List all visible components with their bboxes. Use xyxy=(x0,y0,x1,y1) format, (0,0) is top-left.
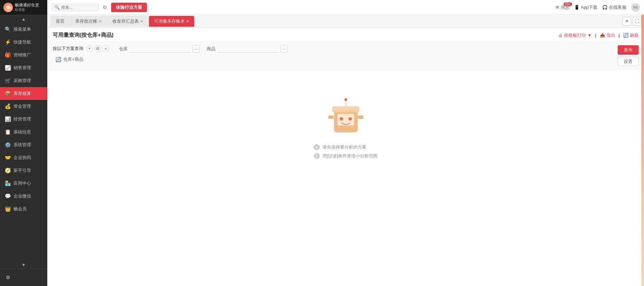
right-scrollbar[interactable] xyxy=(641,15,644,286)
messages-badge: 99+ xyxy=(564,2,572,6)
tab-batch-account-close[interactable]: ✕ xyxy=(99,19,102,24)
print-dropdown-icon[interactable]: ▼ xyxy=(587,33,592,38)
topbar-search-box[interactable]: 🔍 xyxy=(51,3,99,11)
sidebar-item-wechat[interactable]: 💬 企业微信 xyxy=(0,190,47,203)
messages-btn[interactable]: ✉ 消息 99+ xyxy=(556,4,569,10)
sidebar-item-label-shortcut: 快捷导航 xyxy=(14,39,31,45)
sidebar-item-settings-bottom[interactable]: ⚙ xyxy=(0,271,47,284)
empty-hint-2: 2 用[过滤]条件来缩小分析范围 xyxy=(314,153,378,159)
ops-mgmt-icon: 📊 xyxy=(5,116,11,122)
page-content: 可用量查询(按仓库+商品) 🖨 按模板打印 ▼ | 📤 导出 | 🔄 刷新 xyxy=(47,28,644,286)
empty-state: 1 请先选择要分析的方案 2 用[过滤]条件来缩小分析范围 xyxy=(47,70,644,186)
sidebar-item-label-basic-info: 基础信息 xyxy=(14,129,31,135)
sidebar-item-inventory[interactable]: 📦 库存核算 xyxy=(0,87,47,100)
svg-rect-5 xyxy=(328,115,334,119)
warehouse-more-btn[interactable]: ··· xyxy=(192,45,200,53)
hint-num-1: 1 xyxy=(314,144,320,150)
headset-icon: 🎧 xyxy=(602,5,608,10)
purchase-mgmt-icon: 🛒 xyxy=(5,78,11,84)
print-label: 按模板打印 xyxy=(564,32,586,38)
export-btn[interactable]: 📤 导出 xyxy=(600,32,615,38)
sidebar-item-enterprise-coop[interactable]: 🤝 企业协同 xyxy=(0,151,47,164)
query-button[interactable]: 查询 xyxy=(618,45,639,55)
scroll-down-btn[interactable]: ▼ xyxy=(0,261,47,269)
print-btn[interactable]: 🖨 按模板打印 ▼ xyxy=(558,32,592,38)
shortcut-icon: ⚡ xyxy=(5,39,11,45)
app-center-icon: 🏪 xyxy=(5,180,11,186)
search-input[interactable] xyxy=(61,5,95,10)
tab-receive-summary-close[interactable]: ✕ xyxy=(140,19,143,24)
sidebar-item-shortcut[interactable]: ⚡ 快捷导航 xyxy=(0,36,47,49)
system-mgmt-icon: ⚙️ xyxy=(5,142,11,148)
svg-point-8 xyxy=(344,98,347,101)
app-download-btn[interactable]: 📱 App下载 xyxy=(574,4,597,10)
sidebar-item-sales-mgmt[interactable]: 📈 销售管理 xyxy=(0,61,47,74)
sidebar-item-search[interactable]: 🔍 搜索菜单 xyxy=(0,23,47,36)
app-download-label: App下载 xyxy=(581,4,597,10)
empty-hint-1: 1 请先选择要分析的方案 xyxy=(314,144,378,150)
sidebar-item-label-newbie-guide: 新手引导 xyxy=(14,167,31,174)
sidebar-item-marketing-promo[interactable]: 🎁 营销推广 xyxy=(0,49,47,61)
tab-home[interactable]: 首页 xyxy=(51,16,70,27)
scheme-item-icon: 🔄 xyxy=(55,57,61,62)
sidebar-nav: 🔍 搜索菜单 ⚡ 快捷导航 🎁 营销推广 📈 销售管理 🛒 采购管理 📦 库存核… xyxy=(0,23,47,261)
trial-button[interactable]: 体验行业方案 xyxy=(111,3,147,12)
page-actions: 🖨 按模板打印 ▼ | 📤 导出 | 🔄 刷新 xyxy=(558,32,639,38)
refresh-btn[interactable]: 🔄 刷新 xyxy=(623,32,639,38)
warehouse-field: 仓库 ··· xyxy=(119,45,200,53)
export-label: 导出 xyxy=(607,32,615,38)
scroll-up-btn[interactable]: ▲ xyxy=(0,15,47,23)
vip-icon: 👑 xyxy=(5,206,11,212)
scheme-collapse-btn[interactable]: « xyxy=(102,45,109,52)
product-input[interactable] xyxy=(217,45,278,53)
sales-mgmt-icon: 📈 xyxy=(5,65,11,71)
app-info: 畅康通好生意 标准版 xyxy=(15,3,39,12)
settings-button[interactable]: 设置 xyxy=(618,57,639,66)
svg-rect-6 xyxy=(358,115,363,119)
tab-available-qty-close[interactable]: ✕ xyxy=(186,19,189,24)
sidebar-item-label-search: 搜索菜单 xyxy=(14,26,31,32)
page-title: 可用量查询(按仓库+商品) xyxy=(53,32,113,39)
svg-point-3 xyxy=(340,117,343,121)
sidebar-item-label-system-mgmt: 系统管理 xyxy=(14,142,31,148)
finance-icon: 💰 xyxy=(5,103,11,109)
sidebar-item-app-center[interactable]: 🏪 应用中心 xyxy=(0,177,47,190)
tab-receive-summary[interactable]: 收发存汇总表 ✕ xyxy=(107,16,148,27)
tab-available-qty[interactable]: 可用量库存账本 ✕ xyxy=(149,16,194,27)
sidebar-item-ops-mgmt[interactable]: 📊 经营管理 xyxy=(0,113,47,126)
sidebar-item-system-mgmt[interactable]: ⚙️ 系统管理 xyxy=(0,138,47,151)
sidebar-item-label-app-center: 应用中心 xyxy=(14,180,31,186)
scheme-add-btn[interactable]: + xyxy=(86,45,93,52)
warehouse-input[interactable] xyxy=(130,45,190,53)
topbar-gear-icon[interactable]: ⚙ xyxy=(101,3,108,12)
print-icon: 🖨 xyxy=(558,33,563,38)
product-more-btn[interactable]: ··· xyxy=(280,45,288,53)
svg-rect-1 xyxy=(332,106,359,112)
app-logo: 畅 xyxy=(3,3,13,12)
main-area: 🔍 ⚙ 体验行业方案 ✉ 消息 99+ 📱 App下载 🎧 在线客服 Rit xyxy=(47,0,644,286)
tab-maximize-btn[interactable]: ⛶ xyxy=(633,17,641,26)
svg-point-4 xyxy=(349,117,352,121)
sidebar-item-vip[interactable]: 👑 畅会员 xyxy=(0,203,47,215)
separator-2: | xyxy=(619,33,620,38)
scheme-item-warehouse-product[interactable]: 🔄 仓库+商品 xyxy=(53,55,109,64)
scheme-config-btn[interactable]: ⚙ xyxy=(94,45,101,52)
sidebar-item-finance[interactable]: 💰 资金管理 xyxy=(0,100,47,113)
tab-close-btn[interactable]: ✕ xyxy=(622,17,631,26)
sidebar-item-label-vip: 畅会员 xyxy=(14,206,27,212)
message-icon: ✉ xyxy=(556,5,559,10)
user-avatar-btn[interactable]: Rit xyxy=(631,3,640,12)
tab-batch-account[interactable]: 库存批次账 ✕ xyxy=(70,16,107,27)
online-support-btn[interactable]: 🎧 在线客服 xyxy=(602,4,626,10)
sidebar-item-purchase-mgmt[interactable]: 🛒 采购管理 xyxy=(0,74,47,87)
sidebar-header: 畅 畅康通好生意 标准版 xyxy=(0,0,47,15)
product-field: 商品 ··· xyxy=(207,45,288,53)
online-support-label: 在线客服 xyxy=(609,4,626,10)
sidebar-item-basic-info[interactable]: 📋 基础信息 xyxy=(0,126,47,138)
sidebar-item-newbie-guide[interactable]: 🧭 新手引导 xyxy=(0,164,47,177)
separator-1: | xyxy=(595,33,596,38)
inventory-icon: 📦 xyxy=(5,90,11,97)
marketing-promo-icon: 🎁 xyxy=(5,52,11,58)
query-area: 按以下方案查询 + ⚙ « 🔄 仓库+商品 仓库 ··· xyxy=(47,42,644,70)
wechat-icon: 💬 xyxy=(5,193,11,199)
